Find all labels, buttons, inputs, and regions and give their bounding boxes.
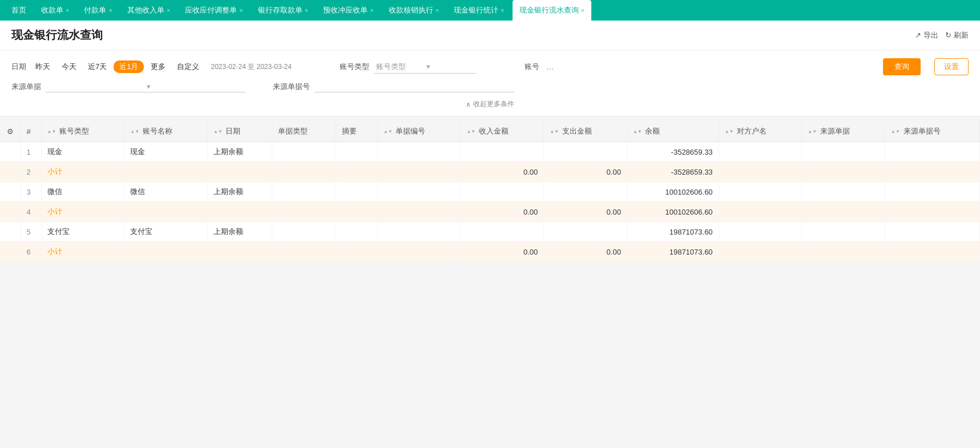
cell-source-doc (802, 222, 885, 242)
nav-tab-8[interactable]: 现金银行流水查询 × (513, 0, 591, 21)
th-date[interactable]: ▲▼ 日期 (207, 121, 272, 142)
account-type-select[interactable]: 账号类型 ▾ (374, 60, 477, 74)
cell-num: 5 (21, 222, 41, 242)
close-tab-4[interactable]: × (305, 7, 308, 14)
cell-doc-no (377, 182, 461, 202)
date-btn-more[interactable]: 更多 (146, 60, 170, 73)
cell-date: 上期余额 (207, 142, 272, 162)
sort-account-type-icon: ▲▼ (47, 130, 57, 134)
th-num: # (21, 121, 41, 142)
cell-doc-type (272, 222, 336, 242)
table-row: 1 现金 现金 上期余额 -3528659.33 (0, 142, 980, 162)
nav-home[interactable]: 首页 (5, 0, 33, 21)
table-body: 1 现金 现金 上期余额 -3528659.33 2 小计 0.00 0.00 … (0, 142, 980, 262)
th-doc-no[interactable]: ▲▼ 单据编号 (377, 121, 461, 142)
close-tab-0[interactable]: × (66, 7, 69, 14)
nav-tab-1[interactable]: 付款单 × (77, 0, 119, 21)
cell-counterpart (719, 222, 802, 242)
cell-balance: -3528659.33 (627, 142, 719, 162)
th-settings[interactable]: ⚙ (0, 121, 21, 142)
collapse-button[interactable]: ∧ 收起更多条件 (459, 98, 521, 110)
date-btn-custom[interactable]: 自定义 (172, 60, 204, 73)
th-doc-type: 单据类型 (272, 121, 336, 142)
close-tab-2[interactable]: × (167, 7, 170, 14)
header-actions: ↗ 导出 ↻ 刷新 (915, 30, 969, 41)
date-btn-today[interactable]: 今天 (57, 60, 81, 73)
cell-account-name: 现金 (124, 142, 208, 162)
table-area: ⚙ # ▲▼ 账号类型 ▲▼ 账号名称 ▲▼ 日期 单据类型 (0, 121, 980, 262)
cell-source-doc-no (885, 162, 980, 182)
cell-source-doc (802, 202, 885, 222)
cell-doc-no (377, 222, 461, 242)
nav-tab-5[interactable]: 预收冲应收单 × (316, 0, 380, 21)
cell-counterpart (719, 242, 802, 262)
date-btn-1month[interactable]: 近1月 (114, 60, 144, 73)
close-tab-1[interactable]: × (108, 7, 112, 14)
cell-source-doc (802, 182, 885, 202)
account-dots-button[interactable]: ... (544, 62, 556, 72)
collapse-up-icon: ∧ (466, 100, 471, 108)
th-source-doc-no[interactable]: ▲▼ 来源单据号 (885, 121, 980, 142)
sort-source-doc-no-icon: ▲▼ (891, 130, 900, 134)
cell-balance: 19871073.60 (627, 242, 719, 262)
th-summary: 摘要 (336, 121, 378, 142)
export-icon: ↗ (915, 31, 921, 39)
cell-settings (0, 202, 21, 222)
source-doc-filter: 来源单据 ▾ (11, 81, 245, 92)
source-doc-no-label: 来源单据号 (273, 82, 310, 92)
nav-tab-6[interactable]: 收款核销执行 × (382, 0, 446, 21)
cell-expense (544, 182, 627, 202)
date-range: 2023-02-24 至 2023-03-24 (211, 62, 291, 72)
th-account-name[interactable]: ▲▼ 账号名称 (124, 121, 208, 142)
sort-balance-icon: ▲▼ (633, 130, 642, 134)
th-income[interactable]: ▲▼ 收入金额 (461, 121, 544, 142)
setting-button[interactable]: 设置 (934, 58, 969, 75)
cell-expense: 0.00 (544, 162, 627, 182)
cell-doc-type (272, 142, 336, 162)
cell-income: 0.00 (461, 202, 544, 222)
cell-expense (544, 142, 627, 162)
nav-tab-7[interactable]: 现金银行统计 × (447, 0, 511, 21)
nav-tab-4[interactable]: 银行存取款单 × (251, 0, 315, 21)
cell-doc-no (377, 162, 461, 182)
cell-num: 6 (21, 242, 41, 262)
th-account-type[interactable]: ▲▼ 账号类型 (41, 121, 124, 142)
source-doc-select[interactable]: ▾ (46, 81, 245, 92)
cell-account-name (124, 162, 208, 182)
th-expense[interactable]: ▲▼ 支出金额 (544, 121, 627, 142)
page-header: 现金银行流水查询 ↗ 导出 ↻ 刷新 (0, 21, 980, 50)
date-filter: 日期 昨天 今天 近7天 近1月 更多 自定义 2023-02-24 至 202… (11, 60, 292, 73)
export-button[interactable]: ↗ 导出 (915, 30, 938, 41)
data-table: ⚙ # ▲▼ 账号类型 ▲▼ 账号名称 ▲▼ 日期 单据类型 (0, 121, 980, 262)
date-btn-yesterday[interactable]: 昨天 (31, 60, 55, 73)
close-tab-8[interactable]: × (581, 7, 584, 14)
source-doc-no-input[interactable] (314, 81, 514, 92)
close-tab-5[interactable]: × (370, 7, 373, 14)
th-source-doc[interactable]: ▲▼ 来源单据 (802, 121, 885, 142)
close-tab-7[interactable]: × (501, 7, 504, 14)
close-tab-3[interactable]: × (239, 7, 243, 14)
cell-income: 0.00 (461, 242, 544, 262)
top-nav: 首页 收款单 × 付款单 × 其他收入单 × 应收应付调整单 × 银行存取款单 … (0, 0, 980, 21)
cell-doc-type (272, 162, 336, 182)
cell-balance: 100102606.60 (627, 182, 719, 202)
settings-icon[interactable]: ⚙ (7, 127, 14, 136)
th-counterpart[interactable]: ▲▼ 对方户名 (719, 121, 802, 142)
cell-account-type: 支付宝 (41, 222, 124, 242)
cell-settings (0, 142, 21, 162)
refresh-button[interactable]: ↻ 刷新 (945, 30, 969, 41)
th-balance[interactable]: ▲▼ 余额 (627, 121, 719, 142)
nav-tab-2[interactable]: 其他收入单 × (120, 0, 177, 21)
nav-tab-0[interactable]: 收款单 × (34, 0, 76, 21)
cell-source-doc (802, 162, 885, 182)
cell-num: 4 (21, 202, 41, 222)
close-tab-6[interactable]: × (435, 7, 439, 14)
nav-tab-3[interactable]: 应收应付调整单 × (178, 0, 249, 21)
filter-area: 日期 昨天 今天 近7天 近1月 更多 自定义 2023-02-24 至 202… (0, 50, 980, 116)
cell-income (461, 142, 544, 162)
cell-date: 上期余额 (207, 222, 272, 242)
cell-summary (336, 162, 378, 182)
query-button[interactable]: 查询 (883, 58, 921, 75)
date-btn-7days[interactable]: 近7天 (83, 60, 111, 73)
cell-source-doc-no (885, 242, 980, 262)
